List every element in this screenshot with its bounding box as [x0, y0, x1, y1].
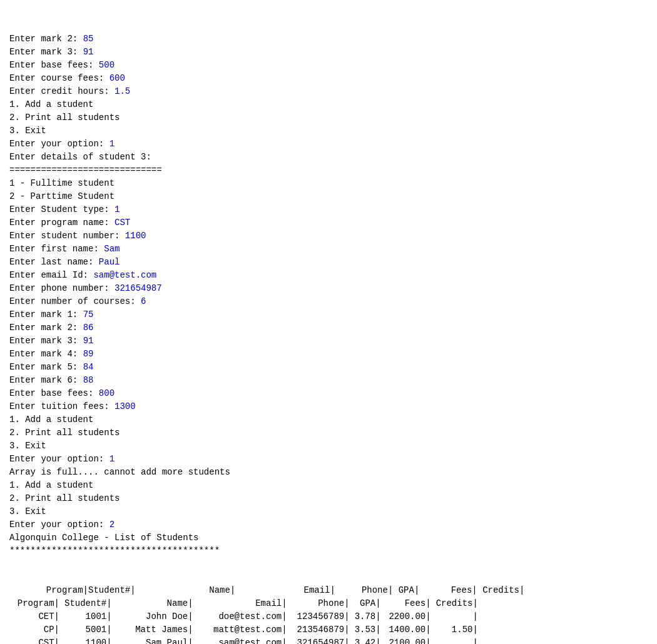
prompt-text: Enter email Id:: [9, 270, 93, 280]
prompt-text: Enter mark 1:: [9, 309, 83, 319]
terminal-line: =============================: [9, 164, 648, 177]
table-cell: doe@test.com|: [193, 610, 287, 623]
user-input-text: 1300: [115, 401, 136, 411]
terminal-line: Enter student number: 1100: [9, 229, 648, 243]
prompt-text: Enter first name:: [9, 244, 104, 254]
terminal-line: 2. Print all students: [9, 111, 648, 124]
table-row: CST|1100|Sam Paul|sam@test.com|321654987…: [9, 636, 478, 644]
user-input-text: 2: [109, 520, 115, 530]
prompt-text: Enter tuition fees:: [9, 401, 115, 411]
terminal-line: Enter Student type: 1: [9, 203, 648, 216]
table-cell: CP|: [9, 623, 59, 636]
prompt-text: Enter mark 2:: [9, 323, 83, 333]
user-input-text: 1: [109, 454, 115, 464]
table-cell: John Doe|: [112, 610, 193, 623]
prompt-text: Enter base fees:: [9, 388, 99, 398]
user-input-text: 84: [83, 362, 94, 372]
terminal-line: Enter mark 4: 89: [9, 348, 648, 361]
terminal-line: Enter your option: 1: [9, 138, 648, 151]
user-input-text: sam@test.com: [93, 270, 156, 280]
table-col-header: Fees|: [381, 597, 431, 610]
table-cell: 1.50|: [431, 623, 478, 636]
terminal-output: Enter mark 2: 85Enter mark 3: 91Enter ba…: [9, 6, 648, 644]
user-input-text: 1: [115, 204, 120, 214]
prompt-text: Enter mark 3:: [9, 336, 83, 346]
terminal-line: Enter course fees: 600: [9, 72, 648, 85]
prompt-text: Enter phone number:: [9, 283, 115, 293]
terminal-line: Array is full.... cannot add more studen…: [9, 466, 648, 479]
terminal-line: ****************************************: [9, 545, 648, 558]
terminal-line: 1. Add a student: [9, 479, 648, 492]
terminal-line: Enter details of student 3:: [9, 151, 648, 164]
prompt-text: Enter base fees:: [9, 60, 99, 70]
user-input-text: 1100: [125, 231, 146, 241]
prompt-text: Enter last name:: [9, 257, 99, 267]
table-cell: CET|: [9, 610, 59, 623]
terminal-line: Enter tuition fees: 1300: [9, 400, 648, 413]
terminal-line: Enter mark 1: 75: [9, 308, 648, 321]
prompt-text: Enter student number:: [9, 231, 125, 241]
table-cell: 123456789|: [287, 610, 350, 623]
table-row: CP|5001|Matt James|matt@test.com|2135468…: [9, 623, 478, 636]
user-input-text: 91: [83, 47, 94, 57]
terminal-line: 3. Exit: [9, 440, 648, 453]
terminal-line: Enter credit hours: 1.5: [9, 85, 648, 98]
table-cell: Sam Paul|: [112, 636, 193, 644]
user-input-text: 75: [83, 309, 94, 319]
data-table: Program|Student#|Name|Email|Phone|GPA|Fe…: [9, 597, 478, 644]
user-input-text: 89: [83, 349, 94, 359]
user-input-text: 91: [83, 336, 94, 346]
terminal-line: Enter base fees: 800: [9, 387, 648, 400]
table-cell: 321654987|: [287, 636, 350, 644]
table-col-header: Email|: [193, 597, 287, 610]
terminal-line: 2 - Parttime Student: [9, 190, 648, 203]
prompt-text: Enter course fees:: [9, 73, 109, 83]
user-input-text: 88: [83, 375, 94, 385]
user-input-text: 321654987: [115, 283, 162, 293]
terminal-line: Enter your option: 1: [9, 453, 648, 466]
terminal-line: Enter program name: CST: [9, 216, 648, 229]
terminal-line: Enter your option: 2: [9, 518, 648, 531]
terminal-line: Enter mark 6: 88: [9, 374, 648, 387]
table-cell: 3.53|: [350, 623, 381, 636]
terminal-line: 1. Add a student: [9, 413, 648, 426]
terminal-line: Enter phone number: 321654987: [9, 282, 648, 295]
prompt-text: Enter mark 4:: [9, 349, 83, 359]
user-input-text: CST: [115, 218, 130, 228]
terminal-line: Enter mark 2: 86: [9, 321, 648, 335]
prompt-text: Enter credit hours:: [9, 86, 115, 96]
table-cell: 2100.00|: [381, 636, 431, 644]
prompt-text: Enter Student type:: [9, 204, 115, 214]
table-cell: CST|: [9, 636, 59, 644]
terminal-line: 3. Exit: [9, 124, 648, 138]
prompt-text: Enter your option:: [9, 454, 109, 464]
terminal-line: 2. Print all students: [9, 492, 648, 505]
student-table: Program|Student#| Name| Email| Phone| GP…: [9, 584, 648, 644]
user-input-text: 1: [109, 139, 115, 149]
terminal-line: Enter first name: Sam: [9, 243, 648, 256]
table-cell: 3.42|: [350, 636, 381, 644]
user-input-text: 500: [99, 60, 115, 70]
table-col-header: Program|: [9, 597, 59, 610]
terminal-line: Enter mark 5: 84: [9, 361, 648, 374]
terminal-line: Enter email Id: sam@test.com: [9, 269, 648, 282]
prompt-text: Enter your option:: [9, 139, 109, 149]
table-cell: sam@test.com|: [193, 636, 287, 644]
table-cell: 2200.00|: [381, 610, 431, 623]
table-cell: 3.78|: [350, 610, 381, 623]
table-cell: Matt James|: [112, 623, 193, 636]
terminal-line: Enter mark 2: 85: [9, 33, 648, 46]
table-col-header: GPA|: [350, 597, 381, 610]
terminal-line: Enter base fees: 500: [9, 59, 648, 72]
table-cell: 1400.00|: [381, 623, 431, 636]
user-input-text: 1.5: [115, 86, 130, 96]
table-cell: 5001|: [59, 623, 112, 636]
user-input-text: 6: [141, 296, 146, 306]
table-col-header: Student#|: [59, 597, 112, 610]
table-header-row: Program|Student#| Name| Email| Phone| GP…: [9, 584, 648, 597]
table-row: CET|1001|John Doe|doe@test.com|123456789…: [9, 610, 478, 623]
table-cell: |: [431, 636, 478, 644]
terminal-line: 1. Add a student: [9, 98, 648, 111]
terminal-line: Enter number of courses: 6: [9, 295, 648, 308]
terminal-line: 3. Exit: [9, 505, 648, 518]
